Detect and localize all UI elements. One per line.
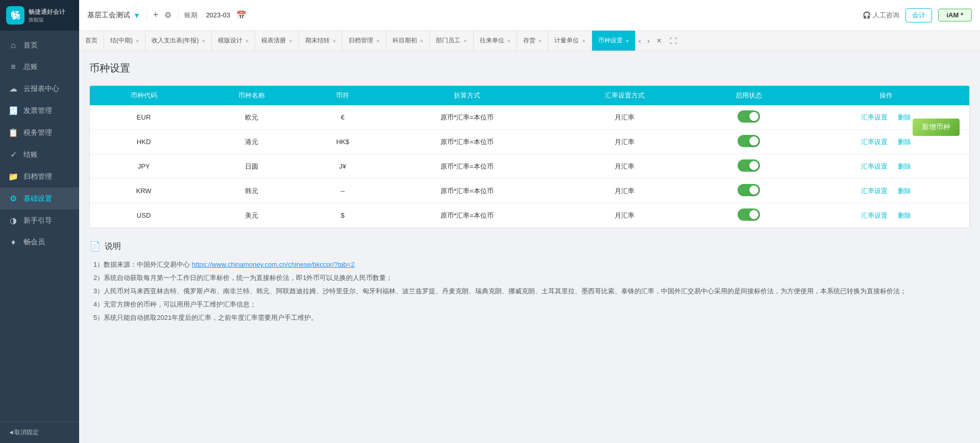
col-code: 币种代码 bbox=[90, 86, 198, 105]
table-row: KRW 韩元 -- 原币*汇率=本位币 月汇率 汇率设置 删除 bbox=[90, 179, 969, 203]
tab-close-unit[interactable]: × bbox=[582, 38, 585, 44]
sidebar-item-member[interactable]: ♦ 畅会员 bbox=[0, 231, 79, 253]
cell-status-4 bbox=[695, 203, 803, 228]
iam-button[interactable]: iAM * bbox=[938, 9, 972, 21]
cell-method-3: 原币*汇率=本位币 bbox=[380, 179, 554, 203]
sidebar-footer[interactable]: ◄取消固定 bbox=[0, 422, 79, 443]
tab-close-partner[interactable]: × bbox=[507, 38, 510, 44]
rate-setting-link-1[interactable]: 汇率设置 bbox=[861, 138, 888, 146]
tab-close-currency[interactable]: × bbox=[626, 38, 629, 44]
sidebar-item-ledger[interactable]: ≡ 总账 bbox=[0, 56, 79, 78]
sidebar-item-home[interactable]: ⌂ 首页 bbox=[0, 35, 79, 56]
home-icon: ⌂ bbox=[8, 41, 18, 50]
sidebar-item-settlement[interactable]: ✓ 结账 bbox=[0, 144, 79, 166]
main-area: 基层工会测试 ▼ + ⚙ 账期 2023-03 📅 🎧 人工咨询 会计 iAM … bbox=[79, 0, 980, 443]
rate-setting-link-4[interactable]: 汇率设置 bbox=[861, 212, 888, 219]
tab-close-dept[interactable]: × bbox=[463, 38, 467, 44]
delete-link-1[interactable]: 删除 bbox=[898, 138, 911, 146]
col-action: 操作 bbox=[803, 86, 969, 105]
table: 币种代码 币种名称 币符 折算方式 汇率设置方式 启用状态 操作 EUR 欧元 … bbox=[90, 86, 969, 228]
cell-symbol-3: -- bbox=[305, 179, 380, 203]
tab-transfer[interactable]: 期末结转 × bbox=[299, 31, 342, 51]
tab-close-subject[interactable]: × bbox=[420, 38, 423, 44]
toggle-4[interactable] bbox=[738, 208, 760, 221]
sidebar-item-tax[interactable]: 📋 税务管理 bbox=[0, 122, 79, 144]
project-selector[interactable]: 基层工会测试 ▼ bbox=[87, 11, 140, 20]
tab-archive[interactable]: 归档管理 × bbox=[342, 31, 386, 51]
rate-setting-link-0[interactable]: 汇率设置 bbox=[861, 113, 888, 121]
dropdown-icon: ▼ bbox=[133, 11, 140, 19]
content-area: 币种设置 新增币种 币种代码 币种名称 币符 折算方式 汇率设置方式 启用状态 … bbox=[79, 51, 980, 443]
notice-item: 5）系统只能自动抓取2021年度后的汇率，之前年度汇率需要用户手工维护。 bbox=[89, 311, 970, 324]
tab-close-template[interactable]: × bbox=[246, 38, 249, 44]
notice-icon: 📄 bbox=[89, 241, 101, 252]
sidebar: 畅 畅捷通好会计 旗舰版 ⌂ 首页 ≡ 总账 ☁ 云报表中心 🧾 发票管理 📋 … bbox=[0, 0, 79, 443]
tab-dept[interactable]: 部门员工 × bbox=[430, 31, 473, 51]
tab-close-archive[interactable]: × bbox=[376, 38, 379, 44]
tax-icon: 📋 bbox=[8, 128, 18, 137]
toggle-1[interactable] bbox=[738, 135, 760, 147]
delete-link-4[interactable]: 删除 bbox=[898, 212, 911, 219]
archive-icon: 📁 bbox=[8, 172, 18, 181]
cell-status-0 bbox=[695, 105, 803, 130]
cell-symbol-1: HK$ bbox=[305, 130, 380, 154]
cell-code-0: EUR bbox=[90, 105, 198, 130]
tab-tax[interactable]: 税表清册 × bbox=[255, 31, 299, 51]
cell-method-0: 原币*汇率=本位币 bbox=[380, 105, 554, 130]
toggle-0[interactable] bbox=[738, 110, 760, 123]
cell-symbol-0: € bbox=[305, 105, 380, 130]
add-project-button[interactable]: + bbox=[153, 10, 159, 20]
sidebar-item-invoice[interactable]: 🧾 发票管理 bbox=[0, 100, 79, 122]
tab-partner[interactable]: 往来单位 × bbox=[474, 31, 517, 51]
notice-item: 1）数据来源：中国外汇交易中心 https://www.chinamoney.c… bbox=[89, 258, 970, 271]
delete-link-3[interactable]: 删除 bbox=[898, 187, 911, 195]
logo-text: 畅捷通好会计 旗舰版 bbox=[29, 8, 65, 24]
tab-unit[interactable]: 计量单位 × bbox=[548, 31, 592, 51]
fullscreen-button[interactable]: ⛶ bbox=[666, 37, 681, 45]
tab-bar: 首页 结(中期) × 收入支出表(年报) × 模版设计 × 税表清册 × 期末结… bbox=[79, 31, 980, 51]
tab-subject[interactable]: 科目期初 × bbox=[386, 31, 430, 51]
tab-next-button[interactable]: › bbox=[644, 37, 653, 45]
tab-home[interactable]: 首页 bbox=[79, 31, 104, 51]
toggle-3[interactable] bbox=[738, 184, 760, 196]
cell-action-2: 汇率设置 删除 bbox=[803, 154, 969, 179]
tab-close-transfer[interactable]: × bbox=[333, 38, 336, 44]
logo-icon: 畅 bbox=[6, 6, 24, 25]
cell-name-3: 韩元 bbox=[198, 179, 305, 203]
tab-prev-button[interactable]: ‹ bbox=[635, 37, 644, 45]
rate-setting-link-2[interactable]: 汇率设置 bbox=[861, 162, 888, 170]
toggle-2[interactable] bbox=[738, 159, 760, 172]
table-body: EUR 欧元 € 原币*汇率=本位币 月汇率 汇率设置 删除 HKD 港元 HK… bbox=[90, 105, 969, 228]
tab-currency[interactable]: 币种设置 × bbox=[592, 31, 635, 51]
cell-symbol-4: $ bbox=[305, 203, 380, 228]
sidebar-item-report[interactable]: ☁ 云报表中心 bbox=[0, 78, 79, 100]
tab-inventory[interactable]: 存货 × bbox=[517, 31, 548, 51]
notice-link[interactable]: https://www.chinamoney.com.cn/chinese/bk… bbox=[192, 261, 355, 268]
settings-icon[interactable]: ⚙ bbox=[164, 10, 172, 20]
tab-close-all-button[interactable]: × bbox=[653, 36, 666, 45]
new-currency-button[interactable]: 新增币种 bbox=[913, 119, 960, 136]
sidebar-item-basic[interactable]: ⚙ 基础设置 bbox=[0, 188, 79, 209]
delete-link-0[interactable]: 删除 bbox=[898, 113, 911, 121]
tab-close-inventory[interactable]: × bbox=[538, 38, 542, 44]
delete-link-2[interactable]: 删除 bbox=[898, 162, 911, 170]
notice-item: 3）人民币对马来西亚林吉特、俄罗斯卢布、南非兰特、韩元、阿联酋迪拉姆、沙特里亚尔… bbox=[89, 285, 970, 298]
tab-close-period[interactable]: × bbox=[136, 38, 139, 44]
sidebar-item-guide[interactable]: ◑ 新手引导 bbox=[0, 209, 79, 231]
tab-close-income[interactable]: × bbox=[202, 38, 205, 44]
cell-status-1 bbox=[695, 130, 803, 154]
sidebar-item-archive[interactable]: 📁 归档管理 bbox=[0, 166, 79, 188]
tab-close-tax[interactable]: × bbox=[289, 38, 292, 44]
cell-name-2: 日圆 bbox=[198, 154, 305, 179]
settlement-icon: ✓ bbox=[8, 150, 18, 159]
top-header: 基层工会测试 ▼ + ⚙ 账期 2023-03 📅 🎧 人工咨询 会计 iAM … bbox=[79, 0, 980, 31]
tab-template[interactable]: 模版设计 × bbox=[212, 31, 255, 51]
tab-period[interactable]: 结(中期) × bbox=[104, 31, 145, 51]
calendar-icon[interactable]: 📅 bbox=[236, 10, 247, 20]
cell-rate-1: 月汇率 bbox=[554, 130, 695, 154]
rate-setting-link-3[interactable]: 汇率设置 bbox=[861, 187, 888, 195]
account-button[interactable]: 会计 bbox=[905, 8, 932, 22]
tab-income[interactable]: 收入支出表(年报) × bbox=[145, 31, 211, 51]
cell-rate-0: 月汇率 bbox=[554, 105, 695, 130]
support-button[interactable]: 🎧 人工咨询 bbox=[863, 11, 899, 20]
